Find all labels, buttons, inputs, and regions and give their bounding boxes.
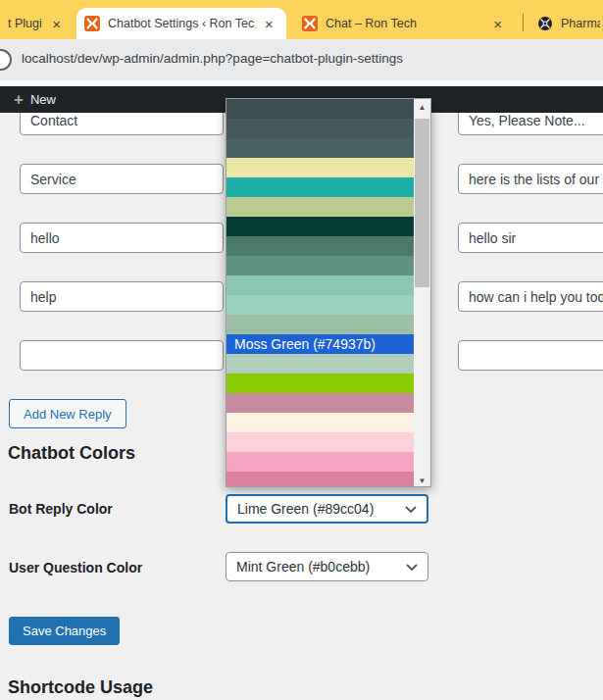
close-icon[interactable]: × [50,17,63,31]
scroll-up-icon[interactable]: ▲ [414,99,430,115]
scrollbar-thumb[interactable] [415,119,429,287]
admin-bar-new[interactable]: New [30,92,56,107]
color-option-5[interactable] [226,177,416,197]
tab-chat[interactable]: Chat – Ron Tech × [294,8,512,39]
tab-separator [523,14,524,31]
browser-tab-strip: t Plugin × Chatbot Settings ‹ Ron Tech -… [0,0,603,39]
color-option-14[interactable] [226,354,416,374]
chevron-down-icon [406,559,418,575]
user-question-color-value: Mint Green (#b0cebb) [236,559,370,575]
color-option-4[interactable] [226,158,416,177]
tab-pharmacy[interactable]: Pharmacy [529,8,603,39]
color-option-8[interactable] [226,236,416,256]
bookmark-strip [0,80,603,86]
question-input-3[interactable] [20,223,224,253]
close-icon[interactable]: × [491,17,504,31]
color-dropdown-list: Moss Green (#74937b) ▲ ▼ [226,98,431,487]
color-option-15[interactable] [226,374,416,393]
close-icon[interactable]: × [263,17,276,31]
color-option-20[interactable] [226,472,416,487]
tab-plugin[interactable]: t Plugin × [0,8,71,39]
add-new-reply-button[interactable]: Add New Reply [9,399,126,428]
color-option-10[interactable] [226,275,416,295]
color-option-19[interactable] [226,452,416,472]
chatbot-colors-heading: Chatbot Colors [8,443,135,464]
color-option-18[interactable] [226,432,416,452]
reply-input-2[interactable] [458,164,603,194]
tab-title: Chatbot Settings ‹ Ron Tech - [108,17,255,30]
color-option-17[interactable] [226,413,416,432]
color-option-16[interactable] [226,393,416,413]
question-input-2[interactable] [20,164,224,194]
color-option-3[interactable] [226,138,416,158]
dropdown-scrollbar[interactable]: ▲ ▼ [414,99,430,487]
color-option-1[interactable] [226,99,416,119]
color-options: Moss Green (#74937b) [226,99,416,487]
tab-title: Chat – Ron Tech [326,17,483,30]
color-option-13[interactable]: Moss Green (#74937b) [226,334,416,354]
page-info-icon[interactable] [0,49,12,71]
scroll-down-icon[interactable]: ▼ [414,473,430,487]
tab-chatbot-settings[interactable]: Chatbot Settings ‹ Ron Tech - × [76,8,286,39]
address-bar[interactable]: localhost/dev/wp-admin/admin.php?page=ch… [0,39,603,80]
xampp-icon [302,16,318,31]
user-question-color-select[interactable]: Mint Green (#b0cebb) [226,552,428,581]
color-option-2[interactable] [226,119,416,138]
tab-title: t Plugin [8,17,42,30]
user-question-color-label: User Question Color [9,560,142,575]
reply-input-3[interactable] [458,223,603,253]
save-changes-button[interactable]: Save Changes [9,617,120,645]
bot-reply-color-select[interactable]: Lime Green (#89cc04) [226,494,428,524]
chevron-down-icon [405,501,417,517]
color-option-7[interactable] [226,217,416,236]
color-option-9[interactable] [226,256,416,275]
question-input-5[interactable] [20,340,224,371]
bot-reply-color-value: Lime Green (#89cc04) [237,501,374,517]
reply-input-5[interactable] [458,340,603,371]
shortcode-usage-heading: Shortcode Usage [8,677,153,698]
color-option-12[interactable] [226,315,416,334]
question-input-4[interactable] [20,281,224,312]
bot-reply-color-label: Bot Reply Color [9,501,113,517]
color-option-6[interactable] [226,197,416,217]
plus-icon: + [14,91,24,108]
xampp-icon [84,16,100,31]
reply-input-4[interactable] [458,281,603,312]
url-text[interactable]: localhost/dev/wp-admin/admin.php?page=ch… [22,51,403,66]
pharmacy-icon [537,16,553,31]
tab-title: Pharmacy [561,17,600,30]
color-option-11[interactable] [226,295,416,315]
